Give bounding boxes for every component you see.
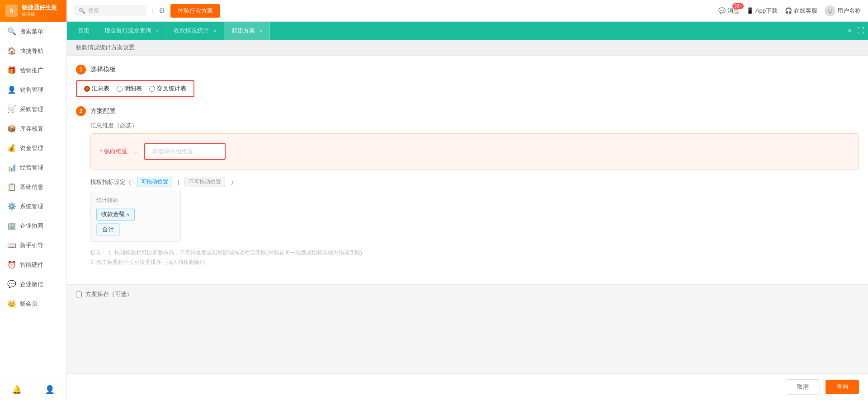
vertical-dimension-label: * 纵向维度 [100, 147, 127, 155]
service-label: 在线客服 [794, 7, 817, 15]
sidebar-item-basic[interactable]: 📋 基础信息 [0, 177, 66, 197]
step2-header: 2 方案配置 [76, 106, 859, 116]
home-icon: 🏠 [7, 47, 16, 55]
sidebar-item-search-menu[interactable]: 🔍 搜索菜单 [0, 22, 66, 41]
tab-new-plan-label: 新建方案 [231, 27, 255, 35]
radio-cross[interactable]: 交叉统计表 [149, 85, 186, 93]
step2-section: 2 方案配置 汇总维度（必选） * 纵向维度 — 请选择分组维度 模板 [76, 106, 859, 266]
sidebar-label-system: 系统管理 [20, 202, 43, 211]
tab-window-close[interactable]: × [848, 27, 852, 35]
save-checkbox[interactable] [76, 292, 82, 297]
tabs-right-controls: × ⛶ [848, 27, 864, 35]
trial-button[interactable]: 体验行业方案 [170, 4, 220, 18]
sidebar-item-guide[interactable]: 📖 新手引导 [0, 235, 66, 255]
dimension-select[interactable]: 请选择分组维度 [144, 143, 226, 160]
app-edition: 标准版 [22, 11, 57, 18]
tab-new-plan[interactable]: 新建方案 × [224, 22, 270, 40]
sidebar-item-finance[interactable]: 💰 资金管理 [0, 138, 66, 158]
query-button[interactable]: 查询 [826, 380, 859, 394]
metric-tag-amount[interactable]: 收款金额 ∨ [96, 208, 135, 221]
tab-bank-flow[interactable]: 现金银行流水查询 × [97, 22, 166, 40]
radio-summary[interactable]: 汇总表 [84, 85, 109, 93]
cancel-button[interactable]: 取消 [786, 379, 820, 395]
chat-icon: 💬 [7, 280, 16, 288]
metric-subtotal: 合计 [96, 223, 120, 236]
user-profile[interactable]: U 用户名称 [825, 5, 861, 16]
page-title: 收款情况统计方案设置 [67, 40, 868, 56]
clock-icon: ⏰ [7, 260, 16, 269]
template-radio-group: 汇总表 明细表 交叉统计表 [84, 85, 186, 93]
search-icon-topbar: 🔍 [79, 8, 85, 14]
step2-number: 2 [76, 106, 86, 116]
sidebar-item-inventory[interactable]: 📦 库存核算 [0, 119, 66, 138]
radio-summary-label: 汇总表 [92, 85, 109, 93]
dimension-area: * 纵向维度 — 请选择分组维度 [90, 133, 859, 169]
topbar-search[interactable]: 🔍 搜索 [74, 5, 146, 16]
footer-actions: 取消 查询 [67, 373, 868, 400]
radio-detail[interactable]: 明细表 [117, 85, 142, 93]
footer-save-section: 方案保存（可选） [67, 284, 868, 304]
tab-collection-stat-close[interactable]: × [213, 28, 216, 33]
settings-icon[interactable]: ⚙ [159, 6, 165, 15]
sidebar-item-corp-wechat[interactable]: 💬 企业微信 [0, 274, 66, 294]
sidebar-item-member[interactable]: 👑 畅会员 [0, 294, 66, 313]
dimension-arrow: — [133, 148, 139, 155]
sidebar-label-operation: 经营管理 [20, 164, 43, 172]
sidebar-label-basic: 基础信息 [20, 183, 43, 191]
gear-icon: ⚙️ [7, 202, 16, 211]
sidebar-nav: 🔍 搜索菜单 🏠 快捷导航 🎁 营销推广 👤 销售管理 🛒 采购管理 📦 库存核… [0, 22, 66, 380]
sidebar-label-sales: 销售管理 [20, 86, 43, 94]
service-icon: 🎧 [785, 7, 792, 14]
message-button[interactable]: 💬 消息 99+ [718, 7, 739, 15]
money-icon: 💰 [7, 144, 16, 152]
cart-icon: 🛒 [7, 105, 16, 113]
sidebar-label-marketing: 营销推广 [20, 66, 43, 75]
message-icon: 💬 [718, 7, 726, 14]
unmovable-tag: 不可拖动位置 [184, 177, 225, 187]
tab-fullscreen[interactable]: ⛶ [857, 27, 864, 35]
user-name: 用户名称 [837, 7, 861, 15]
topbar-right: 💬 消息 99+ 📱 App下载 🎧 在线客服 U 用户名称 [718, 5, 861, 16]
tip-line2: 2. 点击标题栏下拉可设置排序、插入列和删除列 [90, 259, 859, 266]
sidebar-item-system[interactable]: ⚙️ 系统管理 [0, 197, 66, 216]
sidebar-item-corp-coop[interactable]: 🏢 企业协同 [0, 216, 66, 235]
service-button[interactable]: 🎧 在线客服 [785, 7, 817, 15]
metrics-config-label: 模板指标设定（ 可拖动位置 | 不可拖动位置 ） [90, 177, 859, 187]
tab-collection-stat[interactable]: 收款情况统计 × [166, 22, 224, 40]
sidebar-label-smart-hw: 智能硬件 [20, 261, 43, 269]
metrics-config-prefix: 模板指标设定（ [90, 178, 132, 186]
metric-name: 收款金额 [101, 210, 125, 218]
sidebar-bottom-icon2[interactable]: 👤 [45, 385, 55, 395]
sidebar-item-sales[interactable]: 👤 销售管理 [0, 80, 66, 99]
sidebar-bottom: 🔔 👤 [0, 380, 66, 400]
app-name: 畅捷通好生意 [22, 4, 57, 11]
tab-bank-flow-label: 现金银行流水查询 [104, 27, 151, 35]
download-button[interactable]: 📱 App下载 [746, 7, 778, 15]
crown-icon: 👑 [7, 299, 16, 308]
metrics-section-label: 统计指标 [96, 197, 175, 204]
metrics-area: 统计指标 收款金额 ∨ 合计 [90, 191, 181, 242]
sidebar-label-corp-wechat: 企业微信 [20, 280, 43, 288]
app-logo: 6 畅捷通好生意 标准版 [0, 0, 66, 22]
sidebar-label-member: 畅会员 [20, 300, 38, 308]
clipboard-icon: 📋 [7, 183, 16, 191]
sidebar-item-marketing[interactable]: 🎁 营销推广 [0, 61, 66, 80]
chart-icon: 📊 [7, 163, 16, 172]
search-icon: 🔍 [7, 27, 16, 36]
tab-bank-flow-close[interactable]: × [156, 28, 159, 33]
sidebar-label-inventory: 库存核算 [20, 125, 43, 133]
tab-new-plan-close[interactable]: × [259, 28, 262, 33]
tips-area: 提示： 1. 拖动标题栏可以调整布局，不可跨维度或指标区域拖动栏目字段(只能在同… [90, 249, 859, 266]
metrics-config-suffix: ） [231, 178, 236, 186]
sidebar-item-quick-nav[interactable]: 🏠 快捷导航 [0, 41, 66, 61]
tab-home[interactable]: 首页 [71, 22, 97, 40]
sidebar-item-purchase[interactable]: 🛒 采购管理 [0, 99, 66, 119]
sidebar-item-smart-hw[interactable]: ⏰ 智能硬件 [0, 255, 66, 274]
radio-cross-label: 交叉统计表 [157, 85, 186, 93]
sidebar-item-operation[interactable]: 📊 经营管理 [0, 158, 66, 177]
sidebar-bottom-icon1[interactable]: 🔔 [12, 385, 22, 395]
download-label: App下载 [755, 7, 778, 15]
step2-title: 方案配置 [90, 107, 116, 115]
box-icon: 📦 [7, 124, 16, 133]
tab-home-label: 首页 [78, 27, 90, 35]
